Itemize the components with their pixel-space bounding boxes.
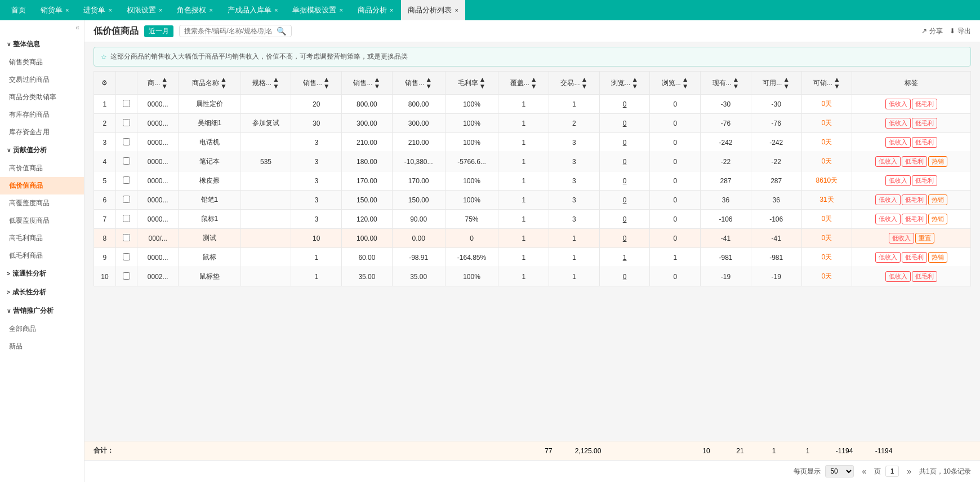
row-browse1[interactable]: 0	[599, 133, 650, 152]
browse1-link[interactable]: 0	[623, 139, 627, 147]
export-button[interactable]: ⬇ 导出	[950, 26, 971, 36]
tag-低毛利[interactable]: 低毛利	[912, 99, 937, 109]
sort-icon[interactable]: ▲▼	[273, 76, 279, 90]
sidebar-section-贡献值分析[interactable]: ∨贡献值分析	[0, 141, 84, 160]
sort-icon[interactable]: ▲▼	[161, 76, 168, 90]
tag-热销[interactable]: 热销	[928, 156, 947, 167]
tag-低毛利[interactable]: 低毛利	[902, 156, 927, 167]
tag-热销[interactable]: 热销	[928, 194, 947, 205]
tag-低收入[interactable]: 低收入	[889, 233, 914, 244]
nav-item-角色授权[interactable]: 角色授权 ×	[170, 0, 219, 20]
sort-icon[interactable]: ▲▼	[531, 76, 537, 90]
tag-重置[interactable]: 重置	[915, 233, 934, 244]
row-browse1[interactable]: 0	[599, 229, 650, 248]
th-stock2[interactable]: 可用...▲▼	[751, 72, 801, 95]
row-browse1[interactable]: 0	[599, 114, 650, 133]
sidebar-item-新品[interactable]: 新品	[0, 338, 84, 355]
sort-icon[interactable]: ▲▼	[834, 76, 840, 90]
sort-icon[interactable]: ▲▼	[220, 76, 227, 90]
tag-低收入[interactable]: 低收入	[875, 156, 901, 167]
row-browse1[interactable]: 0	[599, 267, 650, 286]
row-browse1[interactable]: 0	[599, 95, 650, 114]
th-browse1[interactable]: 浏览...▲▼	[599, 72, 650, 95]
row-browse1[interactable]: 0	[599, 191, 650, 210]
nav-item-权限设置[interactable]: 权限设置 ×	[120, 0, 169, 20]
nav-item-首页[interactable]: 首页	[5, 0, 33, 20]
sidebar-section-营销推广分析[interactable]: ∨营销推广分析	[0, 302, 84, 320]
sort-icon[interactable]: ▲▼	[479, 76, 486, 90]
nav-item-商品分析[interactable]: 商品分析 ×	[351, 0, 400, 20]
row-checkbox[interactable]	[123, 119, 130, 126]
sort-icon[interactable]: ▲▼	[374, 76, 381, 90]
th-sales_amt[interactable]: 销售...▲▼	[342, 72, 393, 95]
nav-item-销货单[interactable]: 销货单 ×	[34, 0, 75, 20]
row-checkbox[interactable]	[123, 100, 130, 107]
nav-item-单据模板设置[interactable]: 单据模板设置 ×	[286, 0, 349, 20]
sort-icon[interactable]: ▲▼	[682, 76, 689, 90]
nav-close-icon[interactable]: ×	[453, 7, 458, 14]
sidebar-item-交易过的商品[interactable]: 交易过的商品	[0, 71, 84, 89]
tag-低毛利[interactable]: 低毛利	[902, 214, 927, 224]
nav-close-icon[interactable]: ×	[388, 7, 393, 14]
th-name[interactable]: 商品名称▲▼	[179, 72, 240, 95]
browse1-link[interactable]: 0	[623, 235, 627, 242]
table-container[interactable]: ⚙商...▲▼商品名称▲▼规格...▲▼销售...▲▼销售...▲▼销售...▲…	[84, 71, 980, 441]
nav-close-icon[interactable]: ×	[337, 7, 342, 14]
sort-icon[interactable]: ▲▼	[323, 76, 330, 90]
nav-item-商品分析列表[interactable]: 商品分析列表 ×	[401, 0, 465, 20]
sidebar-item-高毛利商品[interactable]: 高毛利商品	[0, 229, 84, 247]
th-code[interactable]: 商...▲▼	[137, 72, 179, 95]
th-sales_qty[interactable]: 销售...▲▼	[291, 72, 342, 95]
th-coverage[interactable]: 覆盖...▲▼	[498, 72, 549, 95]
sort-icon[interactable]: ▲▼	[733, 76, 740, 90]
tag-低毛利[interactable]: 低毛利	[912, 137, 937, 148]
row-checkbox[interactable]	[123, 176, 130, 184]
browse1-link[interactable]: 0	[623, 100, 627, 108]
nav-item-进货单[interactable]: 进货单 ×	[77, 0, 118, 20]
sort-icon[interactable]: ▲▼	[631, 76, 638, 90]
sort-icon[interactable]: ▲▼	[425, 76, 432, 90]
sidebar-section-成长性分析[interactable]: >成长性分析	[0, 283, 84, 302]
sidebar-item-销售类商品[interactable]: 销售类商品	[0, 54, 84, 71]
collapse-btn[interactable]: «	[0, 20, 84, 35]
tag-低毛利[interactable]: 低毛利	[912, 175, 937, 186]
sidebar-item-有库存的商品[interactable]: 有库存的商品	[0, 106, 84, 123]
sidebar-section-整体信息[interactable]: ∨整体信息	[0, 35, 84, 54]
sidebar-section-流通性分析[interactable]: >流通性分析	[0, 264, 84, 283]
row-checkbox[interactable]	[123, 234, 130, 241]
tag-低收入[interactable]: 低收入	[885, 175, 911, 186]
tag-热销[interactable]: 热销	[928, 214, 947, 224]
tag-低毛利[interactable]: 低毛利	[912, 271, 937, 282]
nav-close-icon[interactable]: ×	[273, 7, 278, 14]
tag-低毛利[interactable]: 低毛利	[912, 118, 937, 129]
sidebar-item-商品分类助销率[interactable]: 商品分类助销率	[0, 89, 84, 106]
row-checkbox[interactable]	[123, 138, 130, 145]
row-browse1[interactable]: 0	[599, 210, 650, 229]
tag-低收入[interactable]: 低收入	[875, 214, 901, 224]
time-badge[interactable]: 近一月	[144, 25, 173, 37]
nav-close-icon[interactable]: ×	[64, 7, 69, 14]
browse1-link[interactable]: 0	[623, 215, 627, 223]
th-sales_profit[interactable]: 销售...▲▼	[392, 72, 445, 95]
browse1-link[interactable]: 0	[623, 177, 627, 185]
row-checkbox[interactable]	[123, 196, 130, 203]
browse1-link[interactable]: 0	[623, 273, 627, 281]
browse1-link[interactable]: 0	[623, 120, 627, 127]
nav-close-icon[interactable]: ×	[207, 7, 212, 14]
th-trade[interactable]: 交易...▲▼	[549, 72, 600, 95]
next-last-btn[interactable]: »	[903, 466, 915, 477]
tag-低收入[interactable]: 低收入	[885, 137, 911, 148]
tag-低收入[interactable]: 低收入	[885, 271, 911, 282]
prev-first-btn[interactable]: «	[858, 466, 870, 477]
tag-低收入[interactable]: 低收入	[875, 252, 901, 263]
sidebar-item-低价值商品[interactable]: 低价值商品	[0, 177, 84, 194]
browse1-link[interactable]: 0	[623, 196, 627, 204]
th-browse2[interactable]: 浏览...▲▼	[650, 72, 701, 95]
th-gross_rate[interactable]: 毛利率▲▼	[445, 72, 498, 95]
sidebar-item-低覆盖度商品[interactable]: 低覆盖度商品	[0, 212, 84, 229]
row-checkbox[interactable]	[123, 215, 130, 222]
tag-低收入[interactable]: 低收入	[875, 194, 901, 205]
tag-热销[interactable]: 热销	[928, 252, 947, 263]
nav-close-icon[interactable]: ×	[106, 7, 112, 14]
sort-icon[interactable]: ▲▼	[581, 76, 587, 90]
